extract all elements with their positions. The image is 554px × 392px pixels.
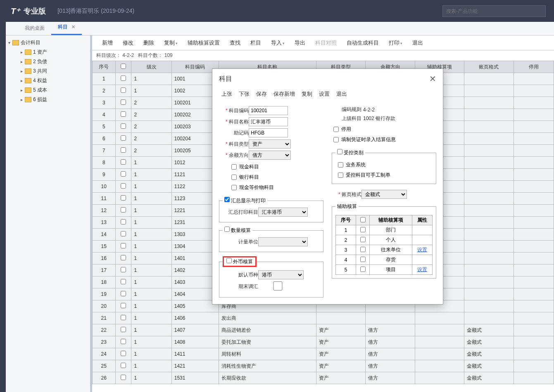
cash-checkbox[interactable] <box>231 164 237 170</box>
table-row[interactable]: 2211407商品进销差价资产借方金额式 <box>93 324 554 336</box>
toolbar-button[interactable]: 导出 <box>290 37 309 49</box>
summary-checkbox[interactable] <box>224 197 230 202</box>
fx-adjust-checkbox[interactable] <box>258 281 297 290</box>
column-header[interactable]: 停用 <box>514 61 554 73</box>
toolbar-button[interactable]: 导入▾ <box>267 37 289 49</box>
row-checkbox[interactable] <box>121 183 126 189</box>
tree-item[interactable]: ▸4 权益 <box>14 76 90 85</box>
type-select[interactable]: 资产 <box>249 139 291 149</box>
tree-item[interactable]: ▸1 资产 <box>14 47 90 57</box>
dialog-menu-item[interactable]: 复制 <box>299 89 315 99</box>
aux-row-checkbox[interactable] <box>360 267 366 272</box>
close-icon[interactable]: ✕ <box>71 24 75 29</box>
dialog-menu-item[interactable]: 退出 <box>334 89 350 99</box>
mnemonic-input[interactable] <box>249 128 288 137</box>
toolbar-button[interactable]: 辅助核算设置 <box>183 37 224 49</box>
row-checkbox[interactable] <box>121 219 126 224</box>
global-search[interactable] <box>442 5 546 17</box>
row-checkbox[interactable] <box>121 279 126 284</box>
row-checkbox[interactable] <box>121 171 126 177</box>
column-header[interactable]: 账页格式 <box>464 61 514 73</box>
dialog-menu-item[interactable]: 保存 <box>254 89 269 99</box>
aux-row-checkbox[interactable] <box>360 237 366 242</box>
row-checkbox[interactable] <box>121 87 126 93</box>
tree-item[interactable]: ▸3 共同 <box>14 66 90 76</box>
tree-item[interactable]: ▸5 成本 <box>14 85 90 95</box>
dialog-menu-item[interactable]: 下张 <box>236 89 252 99</box>
column-header[interactable] <box>115 61 131 73</box>
column-header[interactable]: 序号 <box>93 61 116 73</box>
column-header[interactable]: 级次 <box>131 61 171 73</box>
table-row[interactable]: 2111406发出商 <box>93 312 554 324</box>
aux-row-checkbox[interactable] <box>360 227 366 232</box>
aux-select-all[interactable] <box>360 217 366 222</box>
row-checkbox[interactable] <box>121 363 126 368</box>
row-checkbox[interactable] <box>121 207 126 213</box>
aux-row[interactable]: 3往来单位设置 <box>336 245 433 255</box>
dialog-menu-item[interactable]: 保存新增 <box>271 89 297 99</box>
close-icon[interactable]: ✕ <box>429 74 436 84</box>
row-checkbox[interactable] <box>121 327 126 332</box>
table-row[interactable]: 2611531长期应收款资产借方金额式 <box>93 372 554 384</box>
dialog-menu-item[interactable]: 设置 <box>316 89 332 99</box>
row-checkbox[interactable] <box>121 231 126 236</box>
controlled-checkbox[interactable] <box>337 149 342 154</box>
aux-config-link[interactable]: 设置 <box>417 247 427 253</box>
row-checkbox[interactable] <box>121 99 126 105</box>
row-checkbox[interactable] <box>121 147 126 153</box>
toolbar-button[interactable]: 新增 <box>98 37 117 49</box>
tab-desktop[interactable]: 我的桌面 <box>18 21 51 35</box>
row-checkbox[interactable] <box>121 255 126 260</box>
table-row[interactable]: 2411411周转材料资产借方金额式 <box>93 348 554 360</box>
disable-checkbox[interactable] <box>333 127 339 132</box>
aux-row[interactable]: 1部门 <box>336 225 433 235</box>
qty-checkbox[interactable] <box>224 227 230 232</box>
toolbar-button[interactable]: 删除 <box>139 37 158 49</box>
row-checkbox[interactable] <box>121 267 126 272</box>
table-row[interactable]: 2511421消耗性生物资产资产借方金额式 <box>93 360 554 372</box>
manual-checkbox[interactable] <box>338 172 343 178</box>
row-checkbox[interactable] <box>121 339 126 344</box>
tree-item[interactable]: ▸2 负债 <box>14 57 90 66</box>
toolbar-button[interactable]: 打印▾ <box>385 37 407 49</box>
fx-checkbox[interactable] <box>226 258 232 263</box>
row-checkbox[interactable] <box>121 243 126 248</box>
row-checkbox[interactable] <box>121 315 126 320</box>
aux-config-link[interactable]: 设置 <box>417 267 427 272</box>
aux-row-checkbox[interactable] <box>360 257 366 262</box>
row-checkbox[interactable] <box>121 351 126 356</box>
row-checkbox[interactable] <box>121 159 126 165</box>
summary-select[interactable]: 汇丰港币 <box>258 208 308 217</box>
toolbar-button[interactable]: 复制▾ <box>160 37 182 49</box>
tree-root[interactable]: ▾ 会计科目 <box>6 38 90 47</box>
currency-select[interactable]: 港币 <box>258 270 304 279</box>
fill-checkbox[interactable] <box>333 137 339 142</box>
code-input[interactable] <box>249 106 288 115</box>
aux-row-checkbox[interactable] <box>360 247 366 252</box>
row-checkbox[interactable] <box>121 291 126 296</box>
format-select[interactable]: 金额式 <box>361 190 407 199</box>
row-checkbox[interactable] <box>121 123 126 129</box>
row-checkbox[interactable] <box>121 135 126 141</box>
toolbar-button[interactable]: 栏目 <box>246 37 265 49</box>
table-row[interactable]: 2311408委托加工物资资产借方金额式 <box>93 336 554 348</box>
row-checkbox[interactable] <box>121 195 126 201</box>
aux-row[interactable]: 5项目设置 <box>336 265 433 275</box>
search-input[interactable] <box>442 5 546 17</box>
bank-checkbox[interactable] <box>231 175 237 180</box>
row-checkbox[interactable] <box>121 111 126 117</box>
name-input[interactable] <box>249 117 288 126</box>
toolbar-button[interactable]: 查找 <box>226 37 245 49</box>
unit-select[interactable] <box>258 237 308 246</box>
select-all-checkbox[interactable] <box>121 64 126 69</box>
cashlike-checkbox[interactable] <box>231 185 237 190</box>
toolbar-button[interactable]: 自动生成科目 <box>342 37 383 49</box>
aux-row[interactable]: 4存货 <box>336 255 433 265</box>
toolbar-button[interactable]: 修改 <box>119 37 138 49</box>
direction-select[interactable]: 借方 <box>249 151 291 160</box>
row-checkbox[interactable] <box>121 303 126 308</box>
biz-checkbox[interactable] <box>338 162 343 168</box>
row-checkbox[interactable] <box>121 76 126 81</box>
toolbar-button[interactable]: 退出 <box>408 37 427 49</box>
dialog-menu-item[interactable]: 上张 <box>219 89 235 99</box>
